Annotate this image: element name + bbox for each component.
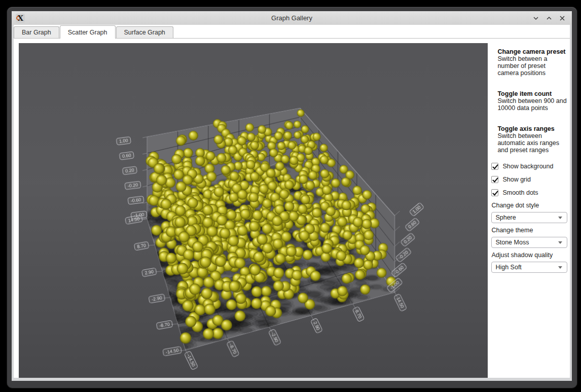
close-button[interactable] — [556, 13, 569, 24]
show-background-checkbox[interactable]: Show background — [491, 162, 567, 170]
checkbox-box — [491, 163, 498, 170]
toggle-item-count-button[interactable]: Toggle item count Switch between 900 and… — [491, 90, 567, 112]
command-description: Switch between a number of preset camera… — [497, 55, 567, 77]
app-window: X Graph Gallery Bar Gr — [7, 7, 577, 388]
dropdown-arrow-icon — [558, 266, 562, 271]
theme-value: Stone Moss — [495, 239, 529, 246]
theme-select[interactable]: Stone Moss — [491, 237, 567, 248]
checkbox-label: Smooth dots — [502, 189, 538, 196]
dropdown-arrow-icon — [558, 217, 562, 221]
controls-panel: Change camera preset Switch between a nu… — [491, 43, 567, 378]
shadow-quality-select[interactable]: High Soft — [491, 262, 567, 273]
maximize-button[interactable] — [542, 13, 556, 24]
dropdown-arrow-icon — [558, 241, 562, 246]
dot-style-value: Sphere — [495, 214, 516, 221]
checkbox-label: Show background — [502, 163, 553, 170]
command-title: Change camera preset — [497, 48, 567, 55]
tab-bar-graph[interactable]: Bar Graph — [14, 26, 59, 38]
close-icon — [557, 13, 567, 23]
titlebar[interactable]: X Graph Gallery — [12, 11, 572, 25]
window-title: Graph Gallery — [12, 14, 572, 22]
checkbox-label: Show grid — [502, 176, 531, 183]
checkbox-box — [491, 189, 498, 196]
xorg-x-glyph: X — [18, 14, 23, 22]
tab-scatter-graph[interactable]: Scatter Graph — [60, 25, 116, 39]
dot-style-label: Change dot style — [491, 202, 567, 209]
tab-bar: Bar Graph Scatter Graph Surface Graph — [14, 25, 570, 39]
checkbox-box — [491, 176, 498, 183]
command-description: Switch between 900 and 10000 data points — [497, 97, 567, 112]
tab-surface-graph[interactable]: Surface Graph — [116, 26, 173, 38]
scatter-3d-view[interactable] — [19, 43, 488, 378]
scatter-tab-page: Change camera preset Switch between a nu… — [14, 39, 570, 378]
command-description: Switch between automatic axis ranges and… — [497, 132, 567, 154]
window-controls — [529, 13, 569, 24]
show-grid-checkbox[interactable]: Show grid — [491, 175, 567, 183]
minimize-button[interactable] — [529, 13, 542, 24]
xorg-app-icon: X — [16, 14, 25, 23]
change-camera-preset-button[interactable]: Change camera preset Switch between a nu… — [491, 48, 567, 77]
window-frame: X Graph Gallery Bar Gr — [12, 11, 572, 381]
shadow-quality-label: Adjust shadow quality — [491, 252, 567, 259]
chevron-up-icon — [544, 13, 554, 23]
checkbox-group: Show background Show grid Smooth dots — [491, 162, 567, 196]
toggle-axis-ranges-button[interactable]: Toggle axis ranges Switch between automa… — [491, 125, 567, 154]
chevron-down-icon — [531, 13, 541, 23]
shadow-quality-value: High Soft — [495, 264, 521, 271]
theme-label: Change theme — [491, 227, 567, 234]
smooth-dots-checkbox[interactable]: Smooth dots — [491, 189, 567, 196]
dot-style-select[interactable]: Sphere — [491, 212, 567, 223]
window-content: Bar Graph Scatter Graph Surface Graph Ch… — [14, 25, 570, 378]
command-title: Toggle item count — [497, 90, 567, 97]
command-title: Toggle axis ranges — [497, 125, 567, 132]
